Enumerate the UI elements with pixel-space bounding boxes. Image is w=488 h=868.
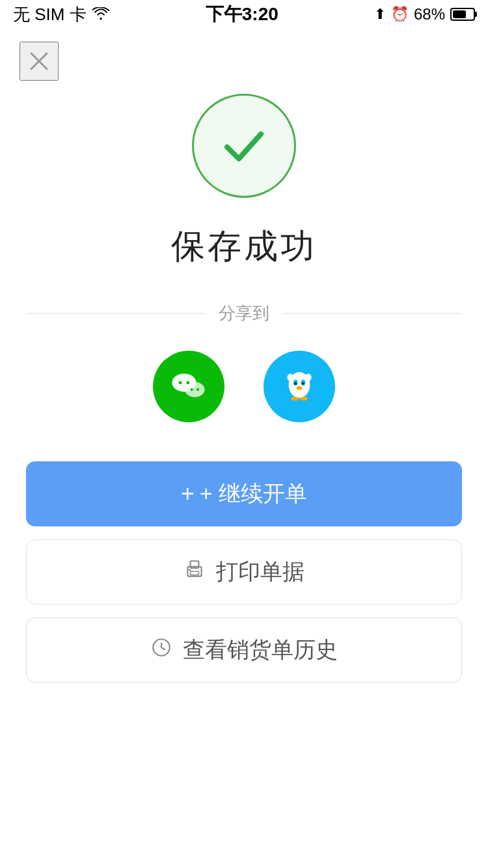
qq-share-button[interactable] bbox=[264, 351, 335, 422]
close-button[interactable] bbox=[20, 42, 59, 81]
status-left: 无 SIM 卡 bbox=[13, 3, 110, 26]
share-label: 分享到 bbox=[219, 302, 269, 325]
no-sim-label: 无 SIM 卡 bbox=[13, 3, 87, 26]
history-button[interactable]: 查看销货单历史 bbox=[26, 617, 462, 683]
svg-point-15 bbox=[300, 397, 308, 401]
battery-percent: 68% bbox=[414, 5, 445, 23]
wechat-share-button[interactable] bbox=[153, 351, 224, 422]
status-time: 下午3:20 bbox=[206, 2, 278, 27]
svg-point-11 bbox=[294, 383, 297, 385]
share-icons-row bbox=[153, 351, 335, 422]
wifi-icon bbox=[92, 5, 110, 25]
location-icon: ⬆ bbox=[374, 6, 386, 23]
svg-point-16 bbox=[287, 373, 293, 381]
print-icon bbox=[183, 558, 206, 586]
history-icon bbox=[150, 636, 172, 664]
svg-point-3 bbox=[185, 382, 204, 397]
page-content: 保存成功 分享到 bbox=[0, 29, 488, 868]
continue-plus-icon: + bbox=[181, 480, 195, 508]
print-button[interactable]: 打印单据 bbox=[26, 539, 462, 604]
svg-point-13 bbox=[296, 386, 302, 390]
continue-label: + 继续开单 bbox=[200, 479, 307, 509]
svg-point-6 bbox=[191, 388, 193, 391]
status-right: ⬆ ⏰ 68% bbox=[374, 5, 475, 23]
checkmark-icon bbox=[218, 120, 270, 172]
alarm-icon: ⏰ bbox=[391, 6, 409, 23]
svg-rect-20 bbox=[191, 571, 199, 575]
qq-icon bbox=[277, 364, 322, 409]
success-title: 保存成功 bbox=[171, 224, 317, 269]
svg-point-5 bbox=[187, 381, 190, 385]
status-bar: 无 SIM 卡 下午3:20 ⬆ ⏰ 68% bbox=[0, 0, 488, 29]
svg-point-21 bbox=[189, 569, 191, 571]
wechat-icon bbox=[166, 364, 211, 409]
print-label: 打印单据 bbox=[216, 557, 305, 587]
svg-point-12 bbox=[302, 383, 305, 385]
success-circle bbox=[192, 94, 296, 198]
battery-icon bbox=[450, 8, 475, 21]
svg-point-14 bbox=[291, 397, 299, 401]
svg-point-17 bbox=[305, 373, 311, 381]
history-label: 查看销货单历史 bbox=[183, 635, 338, 665]
svg-point-7 bbox=[197, 388, 199, 391]
share-divider: 分享到 bbox=[26, 302, 462, 325]
svg-point-4 bbox=[179, 381, 182, 385]
action-buttons: + + 继续开单 打印单据 查看销货单历史 bbox=[26, 461, 462, 683]
continue-button[interactable]: + + 继续开单 bbox=[26, 461, 462, 526]
